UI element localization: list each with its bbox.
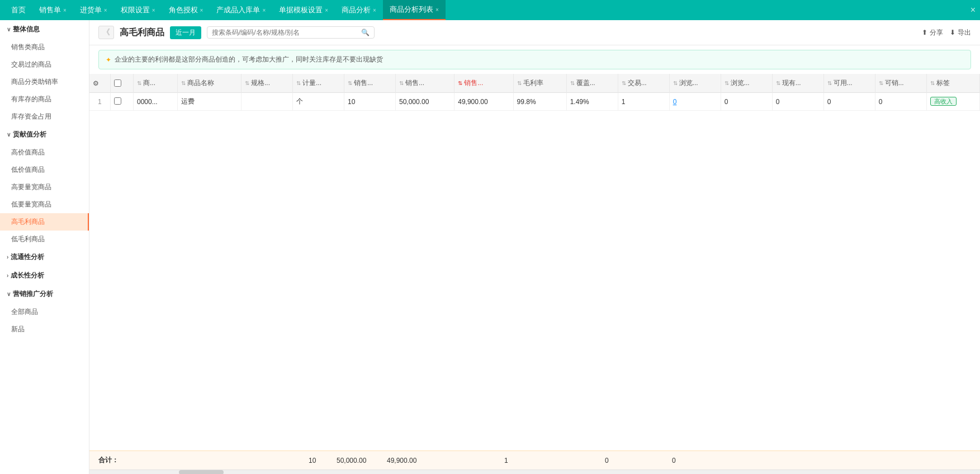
th-name[interactable]: ⇅商品名称 xyxy=(177,74,241,93)
tab-sales-close[interactable]: × xyxy=(63,7,67,13)
sidebar-item-low-margin[interactable]: 低毛利商品 xyxy=(0,231,89,248)
select-all-checkbox[interactable] xyxy=(114,79,121,87)
sidebar-group-marketing-label: 营销推广分析 xyxy=(13,289,53,299)
sidebar-item-low-value[interactable]: 低价值商品 xyxy=(0,161,89,179)
th-view2[interactable]: ⇅浏览... xyxy=(721,74,772,93)
sidebar-item-high-volume[interactable]: 高要量宽商品 xyxy=(0,179,89,196)
export-button[interactable]: ⬇ 导出 xyxy=(950,28,971,37)
footer-trade: 1 xyxy=(501,457,534,464)
sidebar-item-sales-goods[interactable]: 销售类商品 xyxy=(0,39,89,56)
search-icon[interactable]: 🔍 xyxy=(361,29,370,36)
tab-permission-close[interactable]: × xyxy=(152,7,155,13)
th-view2-label: 浏览... xyxy=(731,78,750,88)
tab-purchase[interactable]: 进货单 × xyxy=(73,0,114,20)
main-layout: ∨ 整体信息 销售类商品 交易过的商品 商品分类助销率 有库存的商品 库存资金占… xyxy=(0,20,980,474)
th-sales-profit-label: 销售... xyxy=(464,78,483,88)
row-checkbox[interactable] xyxy=(114,97,121,105)
top-navigation: 首页 销售单 × 进货单 × 权限设置 × 角色授权 × 产成品入库单 × 单据… xyxy=(0,0,980,20)
sidebar-item-category-rate[interactable]: 商品分类助销率 xyxy=(0,73,89,91)
sort-icon: ⇅ xyxy=(458,80,462,86)
cell-spec xyxy=(241,93,292,111)
tab-stock-in-label: 产成品入库单 xyxy=(216,5,260,15)
cell-sales-amount: 50,000.00 xyxy=(395,93,454,111)
cell-sales-qty: 10 xyxy=(344,93,395,111)
sidebar-item-traded-goods[interactable]: 交易过的商品 xyxy=(0,56,89,73)
cell-num: 1 xyxy=(89,93,110,111)
th-settings[interactable]: ⚙ xyxy=(89,74,110,93)
footer-label: 合计： xyxy=(98,456,119,465)
sidebar-item-high-value[interactable]: 高价值商品 xyxy=(0,144,89,161)
sidebar-item-low-volume[interactable]: 低要量宽商品 xyxy=(0,196,89,213)
sidebar-item-high-margin[interactable]: 高毛利商品 xyxy=(0,213,89,231)
th-coverage[interactable]: ⇅覆盖... xyxy=(566,74,618,93)
period-button[interactable]: 近一月 xyxy=(170,26,201,39)
th-code[interactable]: ⇅商... xyxy=(133,74,177,93)
th-tag[interactable]: ⇅标签 xyxy=(926,74,979,93)
th-checkbox[interactable] xyxy=(110,74,133,93)
th-code-label: 商... xyxy=(143,78,155,88)
tab-analysis[interactable]: 商品分析 × xyxy=(335,0,383,20)
th-sales-amount[interactable]: ⇅销售... xyxy=(395,74,454,93)
sidebar-item-all-goods[interactable]: 全部商品 xyxy=(0,303,89,321)
data-table-wrapper[interactable]: ⚙ ⇅商... ⇅商品名称 ⇅规格... ⇅计量... ⇅销售... ⇅销售..… xyxy=(89,74,980,450)
sort-icon: ⇅ xyxy=(622,80,626,86)
th-view1[interactable]: ⇅浏览... xyxy=(669,74,721,93)
sidebar-group-overall[interactable]: ∨ 整体信息 xyxy=(0,20,89,39)
sidebar-group-liquidity-label: 流通性分析 xyxy=(11,252,44,262)
th-stock-sellable[interactable]: ⇅可销... xyxy=(875,74,926,93)
tab-sales[interactable]: 销售单 × xyxy=(32,0,73,20)
th-unit-label: 计量... xyxy=(302,78,321,88)
share-button[interactable]: ⬆ 分享 xyxy=(922,28,943,37)
cell-gross-margin: 99.8% xyxy=(513,93,566,111)
sidebar-group-marketing[interactable]: ∨ 营销推广分析 xyxy=(0,285,89,303)
sidebar-item-stocked-goods[interactable]: 有库存的商品 xyxy=(0,91,89,108)
tab-template[interactable]: 单据模板设置 × xyxy=(272,0,335,20)
cell-coverage: 1.49% xyxy=(566,93,618,111)
tab-analysis-list-close[interactable]: × xyxy=(435,7,439,13)
content-header: 《 高毛利商品 近一月 🔍 ⬆ 分享 ⬇ 导出 xyxy=(89,20,980,45)
tab-template-close[interactable]: × xyxy=(325,7,328,13)
tab-sales-label: 销售单 xyxy=(39,5,61,15)
tab-permission[interactable]: 权限设置 × xyxy=(114,0,162,20)
sidebar-item-stock-capital[interactable]: 库存资金占用 xyxy=(0,108,89,125)
share-icon: ⬆ xyxy=(922,29,927,36)
th-stock-current[interactable]: ⇅现有... xyxy=(772,74,823,93)
th-gross-margin[interactable]: ⇅毛利率 xyxy=(513,74,566,93)
tab-analysis-close[interactable]: × xyxy=(373,7,376,13)
tab-role-close[interactable]: × xyxy=(200,7,203,13)
tab-role[interactable]: 角色授权 × xyxy=(162,0,210,20)
cell-stock-sellable: 0 xyxy=(875,93,926,111)
tab-analysis-list[interactable]: 商品分析列表 × xyxy=(383,0,446,20)
tab-stock-in[interactable]: 产成品入库单 × xyxy=(210,0,272,20)
sidebar-group-contribution[interactable]: ∨ 贡献值分析 xyxy=(0,125,89,144)
sort-icon: ⇅ xyxy=(245,80,249,86)
th-spec[interactable]: ⇅规格... xyxy=(241,74,292,93)
th-sales-qty[interactable]: ⇅销售... xyxy=(344,74,395,93)
th-sales-profit[interactable]: ⇅销售... xyxy=(455,74,513,93)
content-area: 《 高毛利商品 近一月 🔍 ⬆ 分享 ⬇ 导出 ✦ 企业的主要的利润都是这部 xyxy=(89,20,980,474)
sidebar-item-new-goods[interactable]: 新品 xyxy=(0,321,89,338)
th-name-label: 商品名称 xyxy=(187,78,214,88)
tab-stock-in-close[interactable]: × xyxy=(262,7,266,13)
tab-analysis-list-label: 商品分析列表 xyxy=(390,4,433,15)
arrow-growth-icon: › xyxy=(7,273,8,279)
sidebar-group-growth[interactable]: › 成长性分析 xyxy=(0,266,89,285)
sidebar-collapse-button[interactable]: 《 xyxy=(98,26,114,39)
tab-purchase-close[interactable]: × xyxy=(104,7,107,13)
table-row: 1 0000... 运费 个 10 50,000.00 49,900.00 99… xyxy=(89,93,980,111)
tab-template-label: 单据模板设置 xyxy=(279,5,323,15)
horizontal-scrollbar[interactable] xyxy=(89,470,980,474)
th-trade[interactable]: ⇅交易... xyxy=(618,74,669,93)
sort-icon: ⇅ xyxy=(930,80,935,86)
sidebar-group-liquidity[interactable]: › 流通性分析 xyxy=(0,248,89,266)
search-box[interactable]: 🔍 xyxy=(207,26,375,39)
th-unit[interactable]: ⇅计量... xyxy=(292,74,344,93)
cell-checkbox[interactable] xyxy=(110,93,133,111)
view1-link[interactable]: 0 xyxy=(673,98,677,106)
cell-stock-available: 0 xyxy=(823,93,875,111)
search-input[interactable] xyxy=(212,29,359,36)
tab-home[interactable]: 首页 xyxy=(4,0,32,20)
th-stock-available[interactable]: ⇅可用... xyxy=(823,74,875,93)
window-close-button[interactable]: × xyxy=(970,5,976,15)
cell-view1[interactable]: 0 xyxy=(669,93,721,111)
